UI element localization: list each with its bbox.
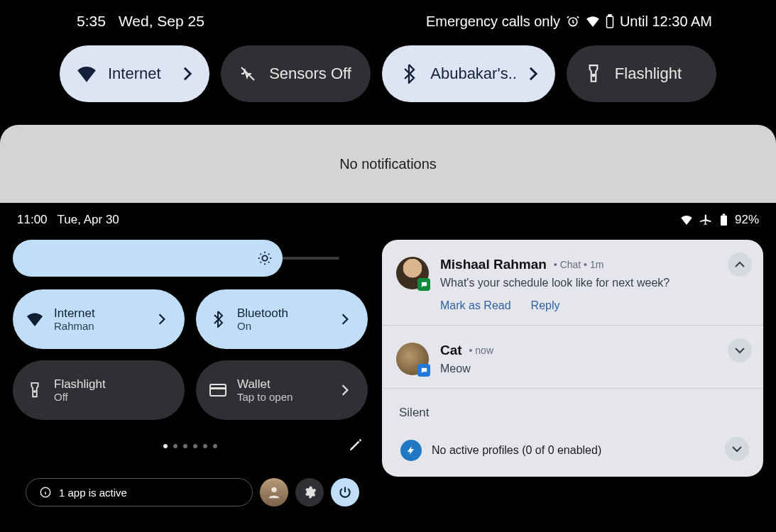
date: Wed, Sep 25 — [119, 13, 204, 30]
alarm-icon — [566, 14, 580, 28]
settings-button[interactable] — [295, 478, 324, 506]
svg-point-7 — [34, 391, 35, 392]
qs-grid: Internet Rahman Bluetooth On — [13, 289, 368, 420]
chevron-down-icon — [731, 445, 743, 453]
card-icon — [209, 381, 227, 399]
profiles-row[interactable]: No active profiles (0 of 0 enabled) — [392, 433, 753, 468]
notifications-panel: Mishaal Rahman • Chat • 1m What's your s… — [382, 240, 763, 477]
wifi-icon — [77, 64, 97, 84]
tile-sub: On — [237, 320, 288, 332]
silent-section-header: Silent — [382, 389, 763, 420]
wifi-icon — [680, 215, 693, 225]
avatar — [396, 343, 429, 375]
info-icon — [39, 486, 52, 499]
pager-dots — [13, 436, 368, 457]
chevron-down-icon — [734, 346, 745, 355]
no-notifications-panel: No notifications — [0, 125, 776, 203]
until-text: Until 12:30 AM — [620, 13, 712, 30]
battery-icon — [720, 214, 728, 226]
collapse-button[interactable] — [728, 253, 752, 277]
gear-icon — [302, 485, 317, 499]
brightness-slider[interactable] — [13, 240, 368, 277]
svg-point-3 — [593, 74, 595, 77]
tile-title: Bluetooth — [237, 306, 288, 321]
svg-rect-4 — [721, 216, 727, 226]
qs-label: Abubakar's.. — [430, 65, 517, 83]
airplane-icon — [700, 214, 713, 226]
app-badge-icon — [417, 364, 430, 377]
clock: 11:00 — [17, 213, 48, 227]
mark-read-action[interactable]: Mark as Read — [440, 299, 511, 312]
notification-card[interactable]: Cat • now Meow — [382, 326, 763, 389]
svg-rect-8 — [210, 384, 226, 396]
battery-pct: 92% — [735, 213, 759, 227]
brightness-icon — [257, 250, 273, 266]
reply-action[interactable]: Reply — [531, 299, 560, 312]
qs-tile-sensors-off[interactable]: Sensors Off — [221, 45, 371, 102]
notification-message: Meow — [440, 362, 749, 375]
svg-point-11 — [271, 487, 276, 492]
tile-title: Wallet — [237, 377, 293, 392]
qs-label: Sensors Off — [269, 65, 351, 83]
qs-label: Flashlight — [615, 65, 682, 83]
power-icon — [338, 485, 352, 499]
tile-title: Flashlight — [54, 377, 106, 392]
wifi-icon — [586, 16, 600, 27]
emergency-text: Emergency calls only — [426, 13, 560, 30]
qs-tile-internet[interactable]: Internet Rahman — [13, 289, 185, 349]
bluetooth-icon — [399, 64, 419, 84]
tile-sub: Rahman — [54, 320, 95, 332]
expand-button[interactable] — [725, 437, 749, 461]
qs-tile-flashlight[interactable]: Flashlight — [567, 45, 716, 102]
avatar-icon — [266, 484, 282, 500]
notification-sender: Cat — [440, 343, 462, 358]
qs-label: Internet — [108, 65, 161, 83]
flashlight-icon — [584, 64, 603, 84]
qs-row-top: Internet Sensors Off Abubakar's.. Flashl… — [0, 30, 776, 119]
svg-rect-1 — [606, 16, 613, 28]
expand-button[interactable] — [728, 338, 752, 362]
svg-rect-2 — [608, 15, 611, 17]
notification-meta: • now — [466, 345, 493, 356]
app-badge-icon — [417, 278, 430, 291]
active-apps-chip[interactable]: 1 app is active — [26, 478, 253, 506]
tile-sub: Tap to open — [237, 391, 293, 403]
power-button[interactable] — [331, 478, 359, 506]
qs-tile-wallet[interactable]: Wallet Tap to open — [196, 360, 368, 420]
flashlight-icon — [26, 381, 44, 399]
qs-tile-flashlight[interactable]: Flashlight Off — [13, 360, 185, 420]
user-switch-button[interactable] — [260, 478, 288, 506]
qs-tile-bluetooth[interactable]: Bluetooth On — [196, 289, 368, 349]
svg-rect-9 — [210, 387, 226, 389]
notification-card[interactable]: Mishaal Rahman • Chat • 1m What's your s… — [382, 240, 763, 326]
avatar — [396, 257, 429, 289]
date: Tue, Apr 30 — [58, 213, 119, 227]
chevron-right-icon[interactable] — [341, 384, 354, 397]
active-apps-text: 1 app is active — [59, 487, 127, 499]
sensors-off-icon — [238, 64, 258, 84]
chevron-right-icon[interactable] — [341, 313, 354, 326]
qs-tile-internet[interactable]: Internet — [60, 45, 209, 102]
chevron-right-icon[interactable] — [182, 66, 192, 82]
status-bar-bottom: 11:00 Tue, Apr 30 92% — [0, 203, 776, 227]
profiles-icon — [400, 440, 422, 461]
notification-sender: Mishaal Rahman — [440, 257, 547, 272]
clock: 5:35 — [77, 13, 106, 30]
notification-message: What's your schedule look like for next … — [440, 277, 749, 289]
status-bar-top: 5:35 Wed, Sep 25 Emergency calls only Un… — [0, 0, 776, 30]
bluetooth-icon — [209, 310, 227, 328]
wifi-icon — [26, 310, 44, 328]
svg-point-6 — [262, 255, 267, 260]
chevron-up-icon — [734, 260, 745, 269]
edit-tiles-button[interactable] — [348, 437, 364, 453]
notification-meta: • Chat • 1m — [551, 259, 603, 270]
tile-title: Internet — [54, 306, 95, 321]
no-notifications-text: No notifications — [339, 156, 437, 172]
chevron-right-icon[interactable] — [528, 66, 538, 82]
svg-rect-5 — [723, 214, 726, 215]
profiles-text: No active profiles (0 of 0 enabled) — [432, 444, 601, 457]
chevron-right-icon[interactable] — [158, 313, 170, 326]
battery-icon — [606, 14, 614, 28]
qs-tile-bluetooth[interactable]: Abubakar's.. — [382, 45, 555, 102]
tile-sub: Off — [54, 391, 106, 403]
